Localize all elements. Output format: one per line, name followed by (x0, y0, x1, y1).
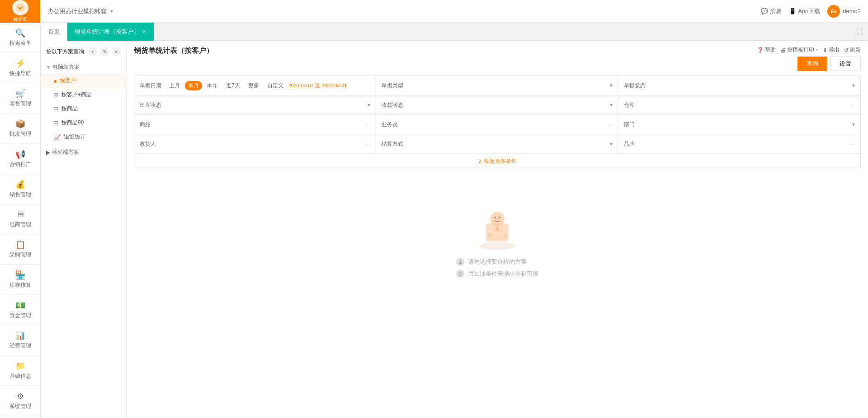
tabbar: 首页 销货单统计表（按客户） ✕ ⛶ (41, 23, 868, 41)
date-btn-thisyear[interactable]: 本年 (204, 81, 221, 90)
tab-maximize-button[interactable]: ⛶ (851, 28, 868, 35)
scheme-item-by-goods-99[interactable]: ⊟ 按商品99 (41, 116, 126, 130)
filter-cell-outbound-status: 出库状态 ▾ (134, 95, 376, 114)
salesperson-dots-icon: ··· (608, 121, 613, 128)
search-icon: 🔍 (2, 28, 38, 38)
scheme-item-label: 按商品 (61, 105, 78, 113)
scheme-edit-button[interactable]: ✎ (100, 47, 109, 56)
export-label: 导出 (829, 46, 840, 54)
date-btn-thismonth[interactable]: 本月 (185, 81, 202, 90)
doc-type-select[interactable]: ▾ (408, 82, 612, 89)
tab-home[interactable]: 首页 (41, 23, 67, 41)
sidebar-item-label: 基础信息 (9, 373, 31, 379)
settings-button[interactable]: 设置 (830, 57, 861, 71)
topbar-dropdown-icon[interactable]: ▾ (110, 8, 113, 14)
date-filter-buttons: 上月 本月 本年 近7天 更多 自定义 2023-03-01 至 2023-03… (166, 81, 370, 90)
user-name: demo2 (843, 8, 861, 14)
mobile-expand-arrow-icon: ▶ (46, 149, 50, 156)
tab-sales-stat-label: 销货单统计表（按客户） (75, 28, 139, 36)
scheme-item-by-goods[interactable]: ⊟ 按商品 (41, 102, 126, 116)
svg-point-0 (16, 3, 25, 12)
query-button[interactable]: 查询 (797, 57, 827, 71)
app-download-button[interactable]: 📱 App下载 (789, 7, 820, 15)
sidebar-item-sales[interactable]: 💰 销售管理 (0, 174, 40, 204)
filter-cell-payment-method: 结算方式 ▾ (376, 134, 618, 153)
filter-cell-doc-status: 单据状态 ▾ (618, 76, 860, 95)
sidebar-item-retail[interactable]: 🛒 零售管理 (0, 83, 40, 114)
logo[interactable]: 标签页 (0, 0, 40, 23)
svg-point-6 (499, 217, 500, 218)
scheme-item-return-stat[interactable]: 📈 退货统计 (41, 130, 126, 144)
tab-sales-stat[interactable]: 销货单统计表（按客户） ✕ (67, 23, 154, 41)
filter-cell-date: 单据日期 上月 本月 本年 近7天 更多 自定义 2023-03-01 至 20… (134, 76, 376, 95)
goods-select[interactable]: ··· (166, 121, 370, 128)
sales-icon: 💰 (2, 180, 38, 190)
message-icon: 💬 (761, 8, 768, 14)
template-print-button[interactable]: 🖨 按模板打印 ▾ (780, 46, 818, 54)
scheme-item-by-customer-goods[interactable]: ⊞ 按客户+商品 (41, 88, 126, 102)
receiver-select[interactable]: ··· (166, 141, 370, 147)
sidebar-item-label: 经营管理 (9, 342, 31, 349)
payment-method-select[interactable]: ▾ (408, 141, 612, 147)
date-btn-7days[interactable]: 近7天 (223, 81, 243, 90)
sidebar-item-cooperation[interactable]: 🤝 企业协同 (0, 416, 40, 418)
sidebar-item-basic[interactable]: 📁 基础信息 (0, 356, 40, 386)
sidebar-item-ecommerce[interactable]: 🖥 电商管理 (0, 204, 40, 234)
date-btn-lastmonth[interactable]: 上月 (166, 81, 183, 90)
avatar-text: Ea (831, 9, 837, 14)
filter-label-outbound-status: 出库状态 (140, 101, 162, 109)
sidebar-item-system[interactable]: ⚙ 系统管理 (0, 386, 40, 416)
help-label: 帮助 (765, 46, 776, 54)
sidebar-item-label: 系统管理 (9, 403, 31, 409)
template-print-label: 按模板打印 (787, 46, 814, 54)
sidebar-item-inventory[interactable]: 🏪 库存核算 (0, 265, 40, 295)
sidebar-item-operation[interactable]: 📊 经营管理 (0, 325, 40, 356)
sidebar-item-shortcut[interactable]: ⚡ 快捷导航 (0, 53, 40, 83)
salesperson-select[interactable]: ··· (408, 121, 612, 128)
help-button[interactable]: ❓ 帮助 (757, 46, 776, 54)
main-area: 办公用品行业模拟账套 ▾ 💬 消息 📱 App下载 Ea demo2 首页 (41, 0, 868, 418)
filter-label-salesperson: 业务员 (382, 121, 404, 128)
tab-close-icon[interactable]: ✕ (142, 28, 146, 35)
scheme-collapse-button[interactable]: « (112, 47, 121, 56)
sidebar-item-label: 快捷导航 (9, 70, 31, 76)
return-stat-icon: 📈 (53, 133, 61, 141)
date-btn-custom[interactable]: 自定义 (264, 81, 287, 90)
refresh-button[interactable]: ↺ 刷新 (844, 46, 861, 54)
warehouse-select[interactable]: ··· (650, 102, 855, 109)
scheme-group-desktop-title[interactable]: ▼ 电脑端方案 (41, 61, 126, 74)
empty-state-illustration (470, 205, 524, 251)
scheme-item-by-customer[interactable]: ● 按客户 (41, 74, 126, 88)
filter-row-1: 单据日期 上月 本月 本年 近7天 更多 自定义 2023-03-01 至 20… (134, 76, 861, 95)
brand-select[interactable]: ··· (650, 141, 855, 147)
filter-label-receiver: 收货人 (140, 140, 162, 148)
basic-icon: 📁 (2, 361, 38, 371)
sidebar-item-marketing[interactable]: 📢 营销推广 (0, 144, 40, 174)
scheme-group-mobile-title[interactable]: ▶ 移动端方案 (41, 146, 126, 159)
sidebar-item-purchase[interactable]: 📋 采购管理 (0, 234, 40, 265)
export-button[interactable]: ⬇ 导出 (823, 46, 840, 54)
filter-cell-salesperson: 业务员 ··· (376, 115, 618, 134)
tab-home-label: 首页 (48, 28, 60, 36)
sidebar-menu: 🔍 搜索菜单 ⚡ 快捷导航 🛒 零售管理 📦 批发管理 📢 营销推广 💰 销售管… (0, 23, 40, 418)
user-profile-button[interactable]: Ea demo2 (827, 5, 861, 18)
purchase-icon: 📋 (2, 240, 38, 250)
ecommerce-icon: 🖥 (2, 210, 38, 219)
logo-icon (12, 0, 28, 15)
sidebar-item-search[interactable]: 🔍 搜索菜单 (0, 23, 40, 53)
scheme-add-button[interactable]: + (88, 47, 97, 56)
message-button[interactable]: 💬 消息 (761, 7, 782, 15)
department-select[interactable]: ▾ (650, 121, 855, 128)
sidebar-item-finance[interactable]: 💵 资金管理 (0, 295, 40, 325)
sidebar-item-label: 营销推广 (9, 161, 31, 167)
hint-text-1: 请先选择要分析的方案 (468, 258, 527, 266)
brand-dots-icon: ··· (850, 141, 855, 147)
outbound-status-select[interactable]: ▾ (166, 102, 370, 108)
doc-status-select[interactable]: ▾ (650, 82, 855, 89)
date-btn-more[interactable]: 更多 (245, 81, 262, 90)
receiver-dots-icon: ··· (365, 141, 370, 147)
collapse-bar[interactable]: ∧ 收起更多条件 (134, 154, 861, 169)
hint-item-2: 2 用过滤条件来缩小分析范围 (456, 270, 538, 278)
payment-status-select[interactable]: ▾ (408, 102, 612, 108)
sidebar-item-wholesale[interactable]: 📦 批发管理 (0, 114, 40, 144)
